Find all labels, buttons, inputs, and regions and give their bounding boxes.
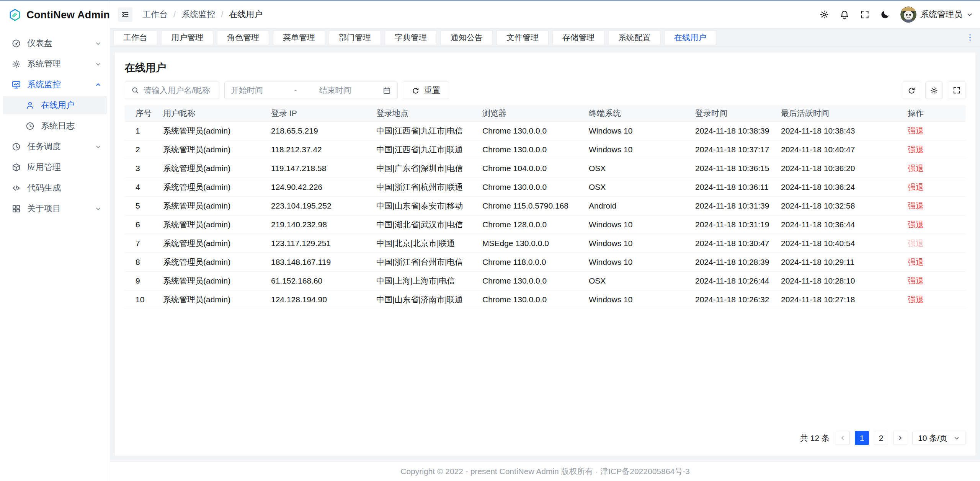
cell-last-active: 2024-11-18 10:28:10 xyxy=(770,271,897,290)
table-row: 7 系统管理员(admin) 123.117.129.251 中国|北京|北京市… xyxy=(125,234,965,253)
column-header-ip: 登录 IP xyxy=(260,105,366,121)
fullscreen-icon[interactable] xyxy=(860,10,870,20)
cell-nickname: 系统管理员(admin) xyxy=(152,178,260,196)
tab-label: 文件管理 xyxy=(506,32,539,43)
tab-label: 用户管理 xyxy=(171,32,203,43)
refresh-table-button[interactable] xyxy=(903,82,920,99)
notification-bell-icon[interactable] xyxy=(840,10,849,20)
page-tab[interactable]: 文件管理 xyxy=(497,30,549,45)
cell-os: OSX xyxy=(578,159,684,178)
cell-ip: 61.152.168.60 xyxy=(260,271,366,290)
cell-os: OSX xyxy=(578,271,684,290)
cell-location: 中国|上海|上海市|电信 xyxy=(366,271,472,290)
sidebar-item-app-management[interactable]: 应用管理 xyxy=(3,158,107,176)
cell-location: 中国|山东省|泰安市|移动 xyxy=(366,196,472,215)
cell-login-time: 2024-11-18 10:36:15 xyxy=(684,159,770,178)
cell-last-active: 2024-11-18 10:40:47 xyxy=(770,140,897,159)
column-header-index: 序号 xyxy=(125,105,152,121)
page-tab[interactable]: 用户管理 xyxy=(161,30,213,45)
cell-login-time: 2024-11-18 10:28:39 xyxy=(684,253,770,271)
content-area: 在线用户 开始时间 - 结束时间 xyxy=(110,47,980,461)
sidebar-item-about-project[interactable]: 关于项目 xyxy=(3,199,107,218)
sidebar-item-label: 代码生成 xyxy=(27,182,101,194)
cell-location: 中国|江西省|九江市|电信 xyxy=(366,121,472,140)
sidebar-item-system-monitor[interactable]: 系统监控 xyxy=(3,75,107,94)
force-logout-link[interactable]: 强退 xyxy=(908,258,924,266)
column-settings-button[interactable] xyxy=(925,82,943,99)
brand-logo[interactable]: ContiNew Admin xyxy=(0,1,110,29)
sidebar-item-system-management[interactable]: 系统管理 xyxy=(3,55,107,73)
force-logout-link[interactable]: 强退 xyxy=(908,201,924,210)
gauge-icon xyxy=(11,39,21,48)
date-end-field[interactable]: 结束时间 xyxy=(319,85,383,96)
sidebar-item-code-generator[interactable]: 代码生成 xyxy=(3,179,107,197)
force-logout-link[interactable]: 强退 xyxy=(908,295,924,304)
force-logout-link[interactable]: 强退 xyxy=(908,126,924,135)
force-logout-link[interactable]: 强退 xyxy=(908,239,924,248)
tab-label: 角色管理 xyxy=(227,32,259,43)
reset-button[interactable]: 重置 xyxy=(403,82,449,99)
ellipsis-vertical-icon xyxy=(965,33,975,42)
pagination-next-button[interactable] xyxy=(893,431,907,445)
cell-last-active: 2024-11-18 10:36:44 xyxy=(770,215,897,234)
cell-login-time: 2024-11-18 10:37:17 xyxy=(684,140,770,159)
cell-location: 中国|山东省|济南市|联通 xyxy=(366,290,472,309)
tab-label: 存储管理 xyxy=(562,32,595,43)
cell-browser: Chrome 130.0.0.0 xyxy=(472,121,578,140)
refresh-icon xyxy=(907,86,916,95)
force-logout-link[interactable]: 强退 xyxy=(908,220,924,229)
user-menu[interactable]: 系统管理员 xyxy=(900,7,973,23)
history-icon xyxy=(25,121,35,131)
page-tab[interactable]: 通知公告 xyxy=(441,30,493,45)
sidebar-item-task-scheduler[interactable]: 任务调度 xyxy=(3,137,107,156)
date-range-picker[interactable]: 开始时间 - 结束时间 xyxy=(224,82,398,99)
chevron-up-icon xyxy=(95,82,101,88)
chevron-right-icon xyxy=(897,435,903,441)
sidebar-item-online-users[interactable]: 在线用户 xyxy=(3,96,107,114)
force-logout-link[interactable]: 强退 xyxy=(908,183,924,191)
pagination-page-1[interactable]: 1 xyxy=(855,431,869,445)
breadcrumb-item[interactable]: 工作台 xyxy=(142,9,168,20)
page-tab[interactable]: 部门管理 xyxy=(329,30,381,45)
cell-os: Windows 10 xyxy=(578,234,684,253)
dark-mode-moon-icon[interactable] xyxy=(880,10,890,20)
settings-icon[interactable] xyxy=(819,10,829,20)
page-tab[interactable]: 字典管理 xyxy=(385,30,437,45)
user-name: 系统管理员 xyxy=(920,9,962,20)
chevron-down-icon xyxy=(95,143,101,150)
force-logout-link[interactable]: 强退 xyxy=(908,164,924,173)
sidebar-collapse-button[interactable] xyxy=(118,7,132,22)
cell-index: 7 xyxy=(125,234,152,253)
fullscreen-table-button[interactable] xyxy=(948,82,965,99)
date-start-field[interactable]: 开始时间 xyxy=(231,85,294,96)
page-tab[interactable]: 在线用户 xyxy=(664,30,716,45)
table-row: 4 系统管理员(admin) 124.90.42.226 中国|浙江省|杭州市|… xyxy=(125,178,965,196)
cell-location: 中国|江西省|九江市|联通 xyxy=(366,140,472,159)
force-logout-link[interactable]: 强退 xyxy=(908,276,924,285)
breadcrumb-item[interactable]: 系统监控 xyxy=(181,9,215,20)
tab-label: 工作台 xyxy=(123,32,147,43)
cell-index: 6 xyxy=(125,215,152,234)
force-logout-link[interactable]: 强退 xyxy=(908,145,924,154)
pagination-page-2[interactable]: 2 xyxy=(874,431,888,445)
cell-nickname: 系统管理员(admin) xyxy=(152,159,260,178)
grid-icon xyxy=(11,204,21,214)
page-tab[interactable]: 存储管理 xyxy=(552,30,604,45)
calendar-icon[interactable] xyxy=(382,86,391,95)
tab-actions-menu[interactable] xyxy=(965,33,975,42)
table-row: 8 系统管理员(admin) 183.148.167.119 中国|浙江省|台州… xyxy=(125,253,965,271)
tab-label: 部门管理 xyxy=(339,32,371,43)
cell-last-active: 2024-11-18 10:38:43 xyxy=(770,121,897,140)
search-input[interactable] xyxy=(144,86,213,95)
brand-logo-icon xyxy=(8,7,21,23)
page-tab[interactable]: 工作台 xyxy=(113,30,157,45)
table-row: 10 系统管理员(admin) 124.128.194.90 中国|山东省|济南… xyxy=(125,290,965,309)
page-tab[interactable]: 系统配置 xyxy=(608,30,660,45)
page-size-select[interactable]: 10 条/页 xyxy=(912,431,965,445)
page-tab[interactable]: 角色管理 xyxy=(217,30,269,45)
sidebar-item-system-logs[interactable]: 系统日志 xyxy=(3,117,107,135)
pagination-prev-button[interactable] xyxy=(836,431,850,445)
cell-index: 1 xyxy=(125,121,152,140)
sidebar-item-dashboard[interactable]: 仪表盘 xyxy=(3,34,107,52)
page-tab[interactable]: 菜单管理 xyxy=(273,30,325,45)
